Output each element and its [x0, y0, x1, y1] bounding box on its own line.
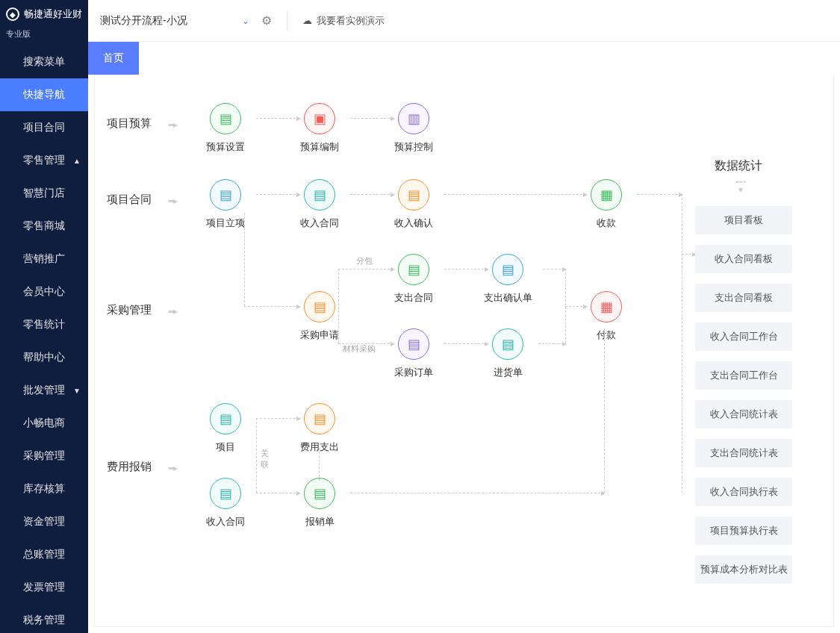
stats-button-4[interactable]: 支出合同工作台	[695, 361, 792, 390]
node-reimburse[interactable]: ▤报销单	[293, 478, 346, 528]
stats-button-9[interactable]: 预算成本分析对比表	[695, 555, 792, 584]
menu-search[interactable]: 搜索菜单	[0, 46, 88, 78]
sidebar-item-8[interactable]: 帮助中心	[0, 341, 88, 374]
node-income-contract-2[interactable]: ▤收入合同	[199, 478, 252, 528]
sidebar-item-13[interactable]: 资金管理	[0, 505, 88, 538]
connector	[682, 254, 695, 255]
caret-icon: ▲	[73, 157, 81, 165]
arrow-icon: ▪▪▸	[168, 196, 177, 206]
doc-icon: ▤	[492, 328, 523, 360]
arrow-icon: ▪▪▸	[168, 463, 177, 473]
connector	[444, 194, 586, 195]
row-contract-title: 项目合同	[107, 193, 152, 207]
doc-icon: ▤	[210, 478, 241, 509]
sidebar-item-5[interactable]: 营销推广	[0, 243, 88, 275]
main-canvas: 项目预算 ▪▪▸ ▤预算设置 ▣预算编制 ▥预算控制 项目合同 ▪▪▸ ▤项目立…	[94, 75, 834, 627]
chart-icon: ▥	[398, 103, 429, 134]
demo-label: 我要看实例演示	[317, 14, 385, 28]
caret-icon: ▼	[73, 387, 81, 395]
node-budget-control[interactable]: ▥预算控制	[388, 103, 440, 154]
node-goods-receipt[interactable]: ▤进货单	[482, 328, 534, 379]
sidebar-item-16[interactable]: 税务管理	[0, 604, 88, 633]
connector	[538, 343, 565, 344]
sidebar-item-2[interactable]: 零售管理▲	[0, 144, 88, 177]
sidebar-item-15[interactable]: 发票管理	[0, 571, 88, 604]
org-selector[interactable]: 测试分开流程-小况 ⌄ ⚙	[100, 13, 272, 28]
sidebar-item-14[interactable]: 总账管理	[0, 538, 88, 571]
node-income-contract[interactable]: ▤收入合同	[293, 179, 346, 230]
stats-title: 数据统计	[715, 158, 762, 174]
sidebar-item-9[interactable]: 批发管理▼	[0, 374, 88, 407]
doc-icon: ▤	[304, 478, 335, 509]
brand-logo: ◆ 畅捷通好业财	[0, 0, 88, 28]
node-budget-create[interactable]: ▣预算编制	[293, 103, 346, 154]
gear-icon[interactable]: ⚙	[261, 13, 272, 28]
label-relation: 关 联	[261, 448, 269, 470]
node-expense-confirm[interactable]: ▤支出确认单	[482, 254, 534, 305]
connector	[338, 269, 339, 343]
cloud-icon: ☁	[302, 15, 312, 26]
stats-button-1[interactable]: 收入合同看板	[695, 245, 792, 273]
doc-icon: ▤	[304, 291, 335, 322]
sidebar-item-6[interactable]: 会员中心	[0, 275, 88, 308]
node-income-confirm[interactable]: ▤收入确认	[388, 179, 440, 230]
sidebar: ◆ 畅捷通好业财 专业版 搜索菜单 快捷导航项目合同零售管理▲智慧门店零售商城营…	[0, 0, 88, 633]
chevron-down-icon: ⌄	[242, 16, 249, 26]
node-receipt[interactable]: ▦收款	[580, 179, 632, 230]
image-icon: ▣	[304, 103, 335, 134]
brand-edition: 专业版	[0, 28, 88, 46]
connector	[319, 448, 320, 481]
tab-home[interactable]: 首页	[88, 42, 139, 75]
money-icon: ▦	[591, 291, 622, 322]
connector	[338, 269, 393, 269]
doc-icon: ▤	[304, 179, 335, 211]
label-sub: 分包	[356, 255, 373, 266]
stats-button-5[interactable]: 收入合同统计表	[695, 400, 792, 428]
sidebar-item-7[interactable]: 零售统计	[0, 308, 88, 341]
doc-icon: ▤	[210, 103, 241, 134]
node-payment[interactable]: ▦付款	[580, 291, 632, 342]
tab-bar: 首页	[88, 42, 840, 75]
doc-icon: ▤	[398, 179, 429, 211]
connector	[244, 306, 299, 307]
node-project[interactable]: ▤项目	[199, 403, 252, 454]
connector	[604, 328, 605, 493]
doc-icon: ▤	[304, 403, 335, 434]
org-name: 测试分开流程-小况	[100, 14, 187, 28]
doc-icon: ▤	[398, 328, 429, 360]
logo-icon: ◆	[6, 7, 19, 21]
connector	[338, 343, 393, 344]
sidebar-item-11[interactable]: 采购管理	[0, 440, 88, 473]
arrow-icon: ▪▪▸	[168, 306, 177, 316]
node-purchase-order[interactable]: ▤采购订单	[388, 328, 440, 379]
sidebar-item-1[interactable]: 项目合同	[0, 111, 88, 144]
label-material: 材料采购	[343, 343, 376, 355]
money-icon: ▦	[591, 179, 622, 211]
row-purchase-title: 采购管理	[107, 303, 152, 317]
brand-name: 畅捷通好业财	[24, 7, 82, 21]
node-expense-out[interactable]: ▤费用支出	[293, 403, 346, 454]
sidebar-item-0[interactable]: 快捷导航	[0, 78, 88, 111]
sidebar-item-10[interactable]: 小畅电商	[0, 407, 88, 440]
divider	[287, 11, 287, 31]
stats-button-2[interactable]: 支出合同看板	[695, 284, 792, 312]
connector	[350, 493, 604, 493]
sidebar-item-3[interactable]: 智慧门店	[0, 177, 88, 210]
node-budget-setting[interactable]: ▤预算设置	[199, 103, 252, 154]
sidebar-item-12[interactable]: 库存核算	[0, 473, 88, 505]
sidebar-item-4[interactable]: 零售商城	[0, 210, 88, 243]
stats-button-7[interactable]: 收入合同执行表	[695, 478, 792, 506]
connector	[244, 213, 245, 306]
connector	[682, 194, 682, 493]
node-expense-contract[interactable]: ▤支出合同	[388, 254, 440, 305]
connector	[256, 418, 257, 493]
stats-button-3[interactable]: 收入合同工作台	[695, 322, 792, 351]
topbar: 测试分开流程-小况 ⌄ ⚙ ☁ 我要看实例演示	[88, 0, 840, 42]
stats-button-6[interactable]: 支出合同统计表	[695, 439, 792, 467]
stats-button-8[interactable]: 项目预算执行表	[695, 517, 792, 545]
doc-icon: ▤	[210, 403, 241, 434]
connector	[637, 194, 682, 195]
stats-button-0[interactable]: 项目看板	[695, 206, 792, 234]
demo-link[interactable]: ☁ 我要看实例演示	[302, 14, 385, 28]
arrow-down-icon: ┇▾	[735, 179, 746, 195]
